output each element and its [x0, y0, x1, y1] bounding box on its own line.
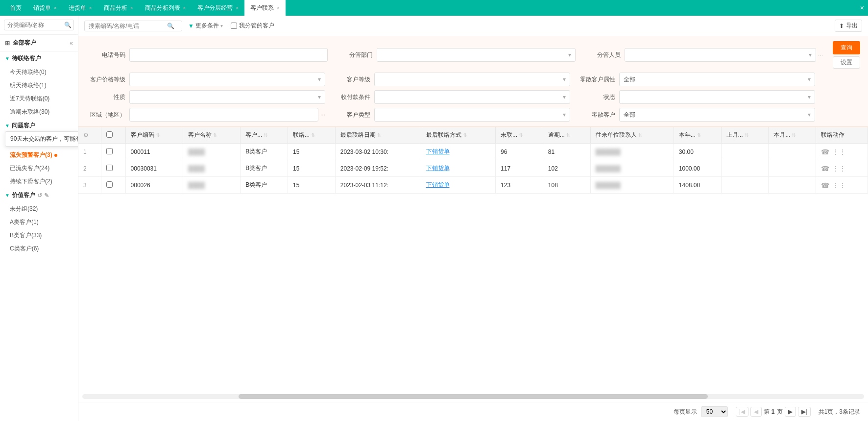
sidebar-item-class-c[interactable]: C类客户(6) [0, 242, 78, 255]
sidebar-item-tomorrow[interactable]: 明天待联络(1) [0, 79, 78, 92]
filter-customer-grade-select[interactable]: ▾ [374, 73, 570, 86]
sort-code-icon: ⇅ [156, 132, 160, 138]
filter-manager-select[interactable]: ▾ [625, 48, 816, 62]
tab-analysis-list[interactable]: 商品分析列表 × [139, 0, 192, 16]
filter-payment-label: 收付款条件 [331, 93, 370, 101]
filter-phone-input[interactable] [129, 48, 328, 62]
close-purchase-tab[interactable]: × [89, 5, 92, 11]
my-customers-checkbox-input[interactable] [231, 23, 237, 29]
filter-price-grade-select[interactable]: ▾ [129, 73, 325, 86]
sidebar-item-class-b[interactable]: B类客户(33) [0, 229, 78, 242]
select-all-checkbox[interactable] [106, 131, 113, 138]
table-settings-icon[interactable]: ⚙ [83, 132, 89, 139]
per-page-select[interactable]: 50 100 200 [701, 406, 728, 417]
row-checkbox [101, 177, 125, 194]
toolbar-search-input[interactable] [89, 23, 167, 29]
sidebar-group-problem-title[interactable]: ▼ 问题客户 [0, 119, 78, 133]
settings-button[interactable]: 设置 [833, 56, 860, 69]
row-this-month [769, 160, 816, 177]
prev-page-button[interactable]: ◀ [750, 407, 762, 417]
filter-region-dots[interactable]: ··· [320, 111, 325, 118]
close-analysis-tab[interactable]: × [130, 5, 133, 11]
table-row: 3 000026 ████ B类客户 15 2023-02-03 11:12: … [78, 177, 868, 194]
filter-actions: 查询 设置 [833, 41, 860, 69]
close-sales-tab[interactable]: × [54, 5, 57, 11]
filter-scatter-attr-select[interactable]: 全部▾ [619, 73, 815, 86]
customers-table: ⚙ 客户编码⇅ 客户名称⇅ 客户...⇅ 联络...⇅ 最后联络日期⇅ 最后联络… [78, 127, 868, 194]
col-overdue: 逾期...⇅ [543, 127, 590, 144]
close-customer-tier-tab[interactable]: × [236, 5, 239, 11]
funnel-icon: ▼ [188, 23, 194, 29]
filter-scatter-customer-select[interactable]: 全部▾ [619, 108, 815, 122]
close-analysis-list-tab[interactable]: × [183, 5, 186, 11]
tab-customer-contact[interactable]: 客户联系 × [244, 0, 286, 16]
edit-icon[interactable]: ↺ [37, 192, 42, 199]
last-page-button[interactable]: ▶| [798, 407, 811, 417]
tab-home[interactable]: 首页 [4, 0, 27, 16]
row-select-checkbox[interactable] [106, 148, 113, 154]
tab-analysis[interactable]: 商品分析 × [98, 0, 139, 16]
sidebar-group-value-title[interactable]: ▼ 价值客户 ↺ ✎ [0, 188, 78, 202]
horizontal-scrollbar[interactable] [78, 391, 868, 402]
row-this-year: 1408.00 [674, 177, 721, 194]
sidebar-group-pending-title[interactable]: ▼ 待联络客户 [0, 51, 78, 66]
action-phone-icon[interactable]: ☎ [821, 165, 829, 173]
col-settings[interactable]: ⚙ [78, 127, 101, 144]
action-phone-icon[interactable]: ☎ [821, 148, 829, 156]
close-all-button[interactable]: × [860, 4, 864, 12]
sidebar: 🔍 ⊞ 全部客户 « ▼ 待联络客户 今天待联络(0) 明天待联络(1) 近7天… [0, 16, 78, 421]
toolbar-filter-button[interactable]: ▼ 更多条件 ▾ [188, 22, 223, 30]
row-num: 2 [78, 160, 101, 177]
row-select-checkbox[interactable] [106, 165, 113, 171]
tab-sales[interactable]: 销货单 × [27, 0, 63, 16]
filter-dept-select[interactable]: ▾ [377, 48, 575, 62]
payment-arrow-icon: ▾ [563, 94, 566, 100]
customer-type-arrow-icon: ▾ [563, 111, 566, 118]
close-customer-contact-tab[interactable]: × [277, 5, 280, 11]
action-more-icon[interactable]: ⋮⋮ [832, 181, 846, 189]
sidebar-item-churned[interactable]: 已流失客户(24) [0, 162, 78, 175]
sidebar-item-class-a[interactable]: A类客户(1) [0, 216, 78, 229]
filter-region-select[interactable] [129, 108, 318, 122]
row-contact-person: ██████ [590, 177, 674, 194]
config-icon[interactable]: ✎ [44, 192, 49, 199]
row-contact: 15 [288, 177, 336, 194]
filter-status-select[interactable]: ▾ [619, 90, 815, 104]
filter-status-label: 状态 [576, 93, 615, 101]
sidebar-item-ungrouped[interactable]: 未分组(32) [0, 202, 78, 216]
filter-region: 区域（地区） ··· [86, 108, 325, 122]
toolbar-search-button[interactable]: 🔍 [167, 23, 174, 29]
sidebar-item-overdue-contact[interactable]: 逾期未联络(30) [0, 105, 78, 119]
action-more-icon[interactable]: ⋮⋮ [832, 148, 846, 156]
filter-payment-select[interactable]: ▾ [374, 90, 570, 104]
tooltip-problem-customers: 90天未交易的客户，可能有流失风险。 [5, 131, 78, 147]
row-select-checkbox[interactable] [106, 181, 113, 188]
sidebar-item-today[interactable]: 今天待联络(0) [0, 66, 78, 79]
filter-nature-select[interactable]: ▾ [129, 90, 325, 104]
tab-purchase[interactable]: 进货单 × [63, 0, 98, 16]
status-arrow-icon: ▾ [808, 94, 811, 100]
sidebar-item-7days[interactable]: 近7天待联络(0) [0, 92, 78, 105]
next-page-button[interactable]: ▶ [785, 407, 796, 417]
action-phone-icon[interactable]: ☎ [821, 181, 829, 189]
query-button[interactable]: 查询 [833, 41, 860, 54]
sidebar-item-declining[interactable]: 持续下滑客户(2) [0, 175, 78, 188]
row-overdue: 108 [543, 177, 590, 194]
scatter-customer-arrow-icon: ▾ [808, 111, 811, 118]
filter-customer-type: 客户类型 ▾ [331, 108, 570, 122]
action-more-icon[interactable]: ⋮⋮ [832, 165, 846, 173]
row-last-method[interactable]: 下销货单 [421, 144, 496, 160]
sidebar-item-churn-warning[interactable]: 流失预警客户(3) [0, 149, 78, 162]
col-this-year: 本年...⇅ [674, 127, 721, 144]
sidebar-all-customers[interactable]: ⊞ 全部客户 « [0, 35, 78, 51]
tab-customer-tier[interactable]: 客户分层经营 × [192, 0, 244, 16]
filter-customer-type-select[interactable]: ▾ [374, 108, 570, 122]
row-last-method[interactable]: 下销货单 [421, 177, 496, 194]
export-button[interactable]: ⬆ 导出 [835, 20, 862, 32]
filter-payment: 收付款条件 ▾ [331, 90, 570, 104]
row-last-method[interactable]: 下销货单 [421, 160, 496, 177]
sidebar-search-input[interactable] [4, 20, 74, 30]
col-contact: 联络...⇅ [288, 127, 336, 144]
filter-manager-dots[interactable]: ··· [818, 51, 823, 58]
first-page-button[interactable]: |◀ [736, 407, 748, 417]
